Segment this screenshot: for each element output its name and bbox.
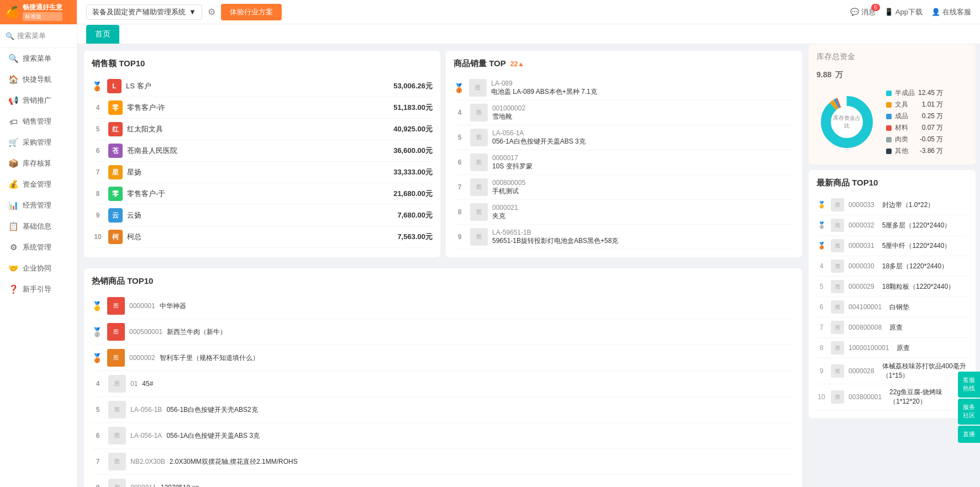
rank-name: 星扬 xyxy=(127,167,389,177)
legend-name: 半成品 xyxy=(895,88,915,98)
search-menu-label: 搜索菜单 xyxy=(17,31,46,41)
hot-product-item: 5图 LA-056-1B 056-1B白色按键开关壳ABS2克 xyxy=(92,397,794,423)
latest-code: 0000031 xyxy=(849,242,874,250)
product-sales-title-text: 商品销量 TOP xyxy=(454,59,506,69)
product-img: 图 xyxy=(107,349,125,367)
support-live-button[interactable]: 直播 xyxy=(958,426,980,443)
rank-name: 云扬 xyxy=(127,210,393,220)
system-selector[interactable]: 装备及固定资产辅助管理系统 ▼ xyxy=(86,4,202,20)
message-button[interactable]: 💬 消息 6 xyxy=(850,7,876,17)
latest-name: 白钢垫 xyxy=(889,303,968,312)
latest-rank: 🥈 xyxy=(816,221,826,229)
legend-dot xyxy=(886,114,892,119)
trial-button[interactable]: 体验行业方案 xyxy=(221,4,282,20)
legend-item: 材料 0.07 万 xyxy=(886,122,943,134)
top-header: 装备及固定资产辅助管理系统 ▼ ⚙ 体验行业方案 💬 消息 6 📱 App下载 … xyxy=(77,0,980,24)
latest-code: 10000100001 xyxy=(849,344,889,352)
support-community-button[interactable]: 服务社区 xyxy=(958,399,980,425)
legend-name: 成品 xyxy=(895,112,908,121)
product-img-placeholder: 图 xyxy=(470,203,488,221)
hot-products-title: 热销商品 TOP10 xyxy=(92,276,794,287)
product-img-placeholder: 图 xyxy=(108,427,126,444)
legend-dot xyxy=(886,125,892,131)
latest-code: 0000028 xyxy=(849,367,874,375)
latest-rank: 6 xyxy=(816,303,826,311)
rank-name: LS 客户 xyxy=(126,81,389,91)
latest-product-item: 9 图 0000028 体械荔枝味苏打饮品400毫升（1*15） xyxy=(816,358,968,384)
latest-rank: 9 xyxy=(816,367,826,375)
customer-ranking-card: 销售额 TOP10 🥉 L LS 客户 53,006.26元4 零 零售客户-许… xyxy=(84,51,440,257)
sidebar-item-purchase[interactable]: 🛒 采购管理 xyxy=(0,132,77,153)
app-label: App下载 xyxy=(895,7,923,17)
latest-img: 图 xyxy=(831,390,844,404)
nav-icon-base: 📋 xyxy=(8,221,18,231)
logo-name: 畅捷通好生意 xyxy=(23,3,62,12)
rank-item: 6 苍 苍南县人民医院 36,600.00元 xyxy=(92,140,433,162)
legend-value: 1.01 万 xyxy=(922,100,944,109)
tab-home[interactable]: 首页 xyxy=(86,25,119,44)
nav-label-base: 基础信息 xyxy=(23,221,51,231)
sidebar-item-marketing[interactable]: 📢 营销推广 xyxy=(0,90,77,111)
nav-label-inventory: 库存核算 xyxy=(23,158,51,168)
legend-name: 材料 xyxy=(895,123,908,133)
product-img: 图 xyxy=(107,297,125,315)
latest-img: 图 xyxy=(831,341,844,354)
sidebar-item-coop[interactable]: 🤝 企业协同 xyxy=(0,258,77,279)
latest-product-item: 6 图 004100001 白钢垫 xyxy=(816,297,968,317)
support-hotline-button[interactable]: 客服热线 xyxy=(958,372,980,398)
latest-product-item: 4 图 0000030 18多层（1220*2440） xyxy=(816,256,968,277)
rank-item: 10 柯 柯总 7,563.00元 xyxy=(92,226,433,248)
product-img: 图 xyxy=(107,323,125,341)
product-img-placeholder: 图 xyxy=(470,129,488,146)
product-sales-list: 🥉 图 LA-089 电池盖 LA-089 ABS本色+黑种 7.1克 4 图 … xyxy=(454,76,794,250)
nav-label-search: 搜索菜单 xyxy=(23,54,51,63)
legend-value: 0.25 万 xyxy=(922,112,944,121)
product-sales-item: 🥉 图 LA-089 电池盖 LA-089 ABS本色+黑种 7.1克 xyxy=(454,76,794,100)
latest-rank: 🥉 xyxy=(816,242,826,250)
hot-product-item: 🥈图 000500001 新西兰牛肉（新牛） xyxy=(92,319,794,345)
sidebar-item-guide[interactable]: ❓ 新手引导 xyxy=(0,279,77,300)
product-sales-item: 7 图 000800005 手机测试 xyxy=(454,175,794,200)
legend-dot xyxy=(886,102,892,108)
nav-icon-marketing: 📢 xyxy=(8,96,18,105)
sidebar-item-quicknav[interactable]: 🏠 快捷导航 xyxy=(0,69,77,90)
service-button[interactable]: 👤 在线客服 xyxy=(931,7,971,17)
rank-avatar: 红 xyxy=(108,122,123,136)
latest-name: 18颗粒板（1220*2440） xyxy=(882,282,968,292)
rank-name: 苍南县人民医院 xyxy=(127,146,389,156)
latest-products-card: 最新商品 TOP10 🥇 图 0000033 封边带（1.0*22）🥈 图 00… xyxy=(809,170,976,418)
latest-img: 图 xyxy=(831,260,844,273)
sidebar-item-inventory[interactable]: 📦 库存核算 xyxy=(0,153,77,174)
rank-name: 零售客户-许 xyxy=(127,103,389,113)
search-menu-button[interactable]: 🔍 搜索菜单 xyxy=(6,29,71,43)
sidebar-item-system[interactable]: ⚙ 系统管理 xyxy=(0,237,77,258)
latest-name: 封边带（1.0*22） xyxy=(882,200,968,210)
sidebar-item-sales[interactable]: 🏷 销售管理 xyxy=(0,111,77,132)
rank-value: 53,006.26元 xyxy=(393,81,433,91)
nav-icon-finance: 💰 xyxy=(8,179,18,189)
message-icon: 💬 xyxy=(850,8,859,16)
latest-rank: 🥇 xyxy=(816,201,826,209)
product-img-placeholder: 图 xyxy=(470,228,488,246)
hot-product-item: 🥇图 0000001 中华神器 xyxy=(92,293,794,319)
hot-product-item: 7图 NB2.0X30B 2.0X30MM双摆花轴,摆花直径2.1MM/ROHS xyxy=(92,449,794,475)
product-img-placeholder: 图 xyxy=(108,375,126,393)
settings-icon[interactable]: ⚙ xyxy=(208,7,215,17)
product-sales-ranking-card: 商品销量 TOP 22▲ 🥉 图 LA-089 电池盖 LA-089 ABS本色… xyxy=(446,51,802,257)
sidebar-item-finance[interactable]: 💰 资金管理 xyxy=(0,174,77,195)
product-img-placeholder: 图 xyxy=(470,104,488,121)
latest-name: 原查 xyxy=(897,343,968,353)
latest-code: 0000029 xyxy=(849,283,874,290)
legend-value: -0.05 万 xyxy=(920,135,944,144)
rank-item: 4 零 零售客户-许 51,183.00元 xyxy=(92,97,433,119)
product-sales-item: 6 图 0000017 10S 变抖罗蒙 xyxy=(454,150,794,175)
legend-name: 其他 xyxy=(895,146,908,156)
sidebar-item-operation[interactable]: 📊 经营管理 xyxy=(0,195,77,216)
rank-item: 8 零 零售客户-于 21,680.00元 xyxy=(92,183,433,205)
nav-label-guide: 新手引导 xyxy=(23,284,51,294)
donut-center-label: 库存资金占比 xyxy=(832,114,862,130)
sidebar-item-search[interactable]: 🔍 搜索菜单 xyxy=(0,48,77,69)
sidebar-item-base[interactable]: 📋 基础信息 xyxy=(0,216,77,237)
app-download-button[interactable]: 📱 App下载 xyxy=(884,7,923,17)
rank-avatar: 苍 xyxy=(108,144,123,158)
